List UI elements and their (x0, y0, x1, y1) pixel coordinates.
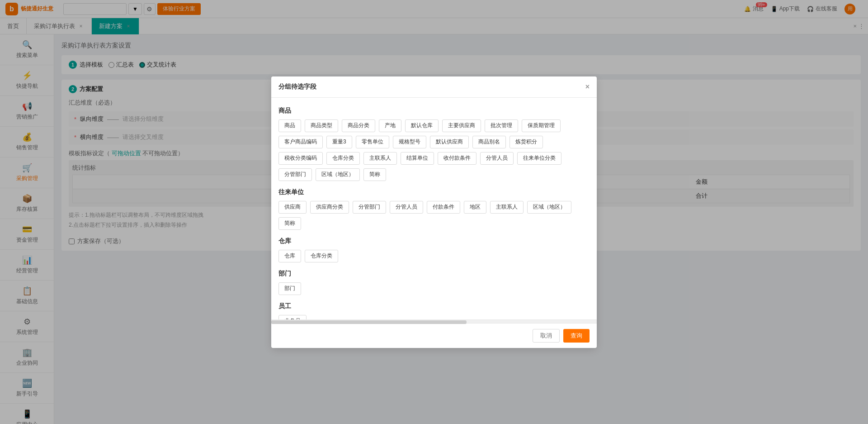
field-tag-区域地区-cp[interactable]: 区域（地区） (527, 201, 571, 214)
field-tag-主联系人-goods[interactable]: 主联系人 (363, 152, 397, 165)
field-tag-供应商分类[interactable]: 供应商分类 (310, 201, 349, 214)
field-tag-分管人员-cp[interactable]: 分管人员 (390, 201, 423, 214)
section-goods: 商品 商品 商品类型 商品分类 产地 默认仓库 主要供应商 批次管理 保质期管理… (278, 107, 590, 181)
field-tag-税收分类编码[interactable]: 税收分类编码 (278, 152, 323, 165)
field-tag-批次管理[interactable]: 批次管理 (485, 119, 518, 132)
field-tag-规格型号[interactable]: 规格型号 (393, 136, 426, 148)
field-tag-结算单位[interactable]: 结算单位 (401, 152, 434, 165)
section-goods-title: 商品 (278, 107, 590, 115)
field-tag-简称-goods[interactable]: 简称 (363, 168, 386, 181)
field-tag-客户商品编码[interactable]: 客户商品编码 (278, 136, 323, 148)
section-counterpart-fields: 供应商 供应商分类 分管部门 分管人员 付款条件 地区 主联系人 区域（地区） … (278, 201, 590, 230)
section-employee: 员工 业务员 (278, 302, 590, 319)
modal-body: 商品 商品 商品类型 商品分类 产地 默认仓库 主要供应商 批次管理 保质期管理… (271, 98, 597, 319)
field-tag-零售单位[interactable]: 零售单位 (356, 136, 389, 148)
field-tag-区域地区-goods[interactable]: 区域（地区） (316, 168, 360, 181)
modal-footer: 取消 查询 (271, 323, 597, 348)
field-tag-仓库分类-wh[interactable]: 仓库分类 (305, 250, 338, 262)
section-counterpart: 往来单位 供应商 供应商分类 分管部门 分管人员 付款条件 地区 主联系人 区域… (278, 188, 590, 230)
modal-overlay: 分组待选字段 × 商品 商品 商品类型 商品分类 产地 默认仓库 主要供应商 批… (0, 0, 868, 424)
field-tag-商品别名[interactable]: 商品别名 (472, 136, 506, 148)
field-tag-往来单位分类[interactable]: 往来单位分类 (517, 152, 561, 165)
field-tag-分管部门-goods[interactable]: 分管部门 (278, 168, 312, 181)
section-department: 部门 部门 (278, 270, 590, 295)
section-employee-title: 员工 (278, 302, 590, 310)
field-tag-仓库分类[interactable]: 仓库分类 (326, 152, 360, 165)
modal-hscroll-thumb (271, 320, 467, 324)
section-department-fields: 部门 (278, 282, 590, 295)
modal-horizontal-scrollbar[interactable] (271, 319, 597, 323)
section-goods-fields: 商品 商品类型 商品分类 产地 默认仓库 主要供应商 批次管理 保质期管理 客户… (278, 119, 590, 181)
modal-title: 分组待选字段 (278, 83, 316, 91)
field-tag-付款条件[interactable]: 付款条件 (427, 201, 460, 214)
field-tag-商品分类[interactable]: 商品分类 (342, 119, 375, 132)
field-tag-分管人员-goods[interactable]: 分管人员 (480, 152, 514, 165)
field-tag-供应商[interactable]: 供应商 (278, 201, 307, 214)
confirm-button[interactable]: 查询 (563, 329, 590, 343)
field-tag-默认供应商[interactable]: 默认供应商 (430, 136, 469, 148)
field-tag-商品[interactable]: 商品 (278, 119, 301, 132)
section-counterpart-title: 往来单位 (278, 188, 590, 196)
section-employee-fields: 业务员 (278, 315, 590, 319)
field-tag-保质期管理[interactable]: 保质期管理 (522, 119, 561, 132)
field-tag-收付款条件[interactable]: 收付款条件 (438, 152, 476, 165)
field-tag-默认仓库[interactable]: 默认仓库 (405, 119, 439, 132)
field-selection-modal: 分组待选字段 × 商品 商品 商品类型 商品分类 产地 默认仓库 主要供应商 批… (271, 76, 597, 348)
field-tag-主联系人-cp[interactable]: 主联系人 (490, 201, 524, 214)
field-tag-简称-cp[interactable]: 简称 (278, 217, 301, 230)
field-tag-产地[interactable]: 产地 (379, 119, 401, 132)
section-warehouse: 仓库 仓库 仓库分类 (278, 237, 590, 262)
field-tag-炼货积分[interactable]: 炼货积分 (509, 136, 543, 148)
field-tag-重量3[interactable]: 重量3 (326, 136, 352, 148)
section-department-title: 部门 (278, 270, 590, 278)
modal-close-btn[interactable]: × (585, 83, 590, 91)
field-tag-部门[interactable]: 部门 (278, 282, 301, 295)
modal-header: 分组待选字段 × (271, 76, 597, 98)
field-tag-仓库[interactable]: 仓库 (278, 250, 301, 262)
field-tag-地区[interactable]: 地区 (464, 201, 486, 214)
section-warehouse-title: 仓库 (278, 237, 590, 245)
field-tag-业务员[interactable]: 业务员 (278, 315, 307, 319)
field-tag-商品类型[interactable]: 商品类型 (305, 119, 338, 132)
section-warehouse-fields: 仓库 仓库分类 (278, 250, 590, 262)
field-tag-分管部门-cp[interactable]: 分管部门 (353, 201, 386, 214)
cancel-button[interactable]: 取消 (533, 329, 560, 343)
field-tag-主要供应商[interactable]: 主要供应商 (442, 119, 481, 132)
